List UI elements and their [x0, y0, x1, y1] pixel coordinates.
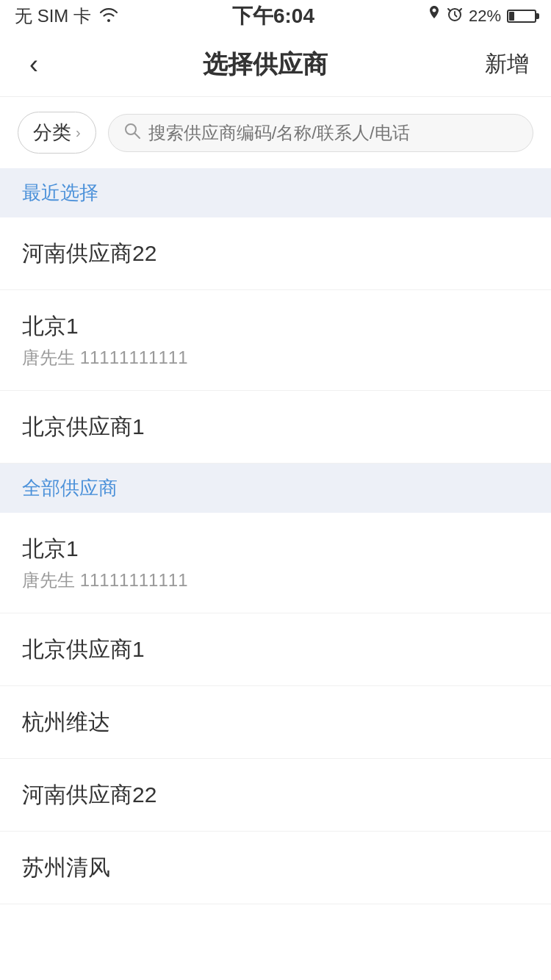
recent-items-list: 河南供应商22 北京1 唐先生 11111111111 北京供应商1: [0, 217, 551, 464]
item-name: 北京1: [22, 533, 529, 564]
item-name: 北京供应商1: [22, 411, 529, 442]
search-input[interactable]: [148, 123, 518, 143]
category-label: 分类: [33, 120, 71, 145]
recent-section-header: 最近选择: [0, 168, 551, 217]
list-item[interactable]: 河南供应商22: [0, 759, 551, 832]
filter-bar: 分类 ›: [0, 97, 551, 168]
list-item[interactable]: 北京供应商1: [0, 613, 551, 686]
sim-label: 无 SIM 卡: [15, 4, 91, 28]
status-time: 下午6:04: [232, 2, 314, 30]
search-icon: [123, 122, 141, 144]
item-sub: 唐先生 11111111111: [22, 569, 529, 592]
list-item[interactable]: 苏州清风: [0, 832, 551, 904]
item-name: 河南供应商22: [22, 779, 529, 810]
all-items-list: 北京1 唐先生 11111111111 北京供应商1 杭州维达 河南供应商22 …: [0, 513, 551, 904]
location-icon: [428, 6, 441, 26]
item-name: 河南供应商22: [22, 238, 529, 269]
item-sub: 唐先生 11111111111: [22, 346, 529, 370]
all-section-header: 全部供应商: [0, 464, 551, 513]
page-title: 选择供应商: [203, 48, 328, 82]
recent-section-label: 最近选择: [22, 181, 98, 203]
nav-bar: ‹ 选择供应商 新增: [0, 32, 551, 97]
list-item[interactable]: 杭州维达: [0, 686, 551, 759]
item-name: 苏州清风: [22, 852, 529, 883]
add-button[interactable]: 新增: [485, 49, 529, 79]
list-item[interactable]: 北京供应商1: [0, 391, 551, 464]
battery-percent: 22%: [469, 7, 501, 26]
item-name: 北京1: [22, 311, 529, 342]
list-item[interactable]: 北京1 唐先生 11111111111: [0, 290, 551, 391]
item-name: 杭州维达: [22, 707, 529, 738]
search-box[interactable]: [108, 114, 533, 152]
battery-icon: [507, 10, 536, 23]
item-name: 北京供应商1: [22, 634, 529, 665]
category-button[interactable]: 分类 ›: [18, 112, 96, 154]
status-bar: 无 SIM 卡 下午6:04 22%: [0, 0, 551, 32]
status-right: 22%: [428, 6, 536, 26]
back-button[interactable]: ‹: [22, 42, 46, 87]
all-section-label: 全部供应商: [22, 477, 118, 499]
list-item[interactable]: 北京1 唐先生 11111111111: [0, 513, 551, 613]
wifi-icon: [98, 6, 119, 26]
alarm-icon: [447, 6, 463, 26]
status-left: 无 SIM 卡: [15, 4, 119, 28]
svg-line-2: [134, 133, 140, 138]
list-item[interactable]: 河南供应商22: [0, 217, 551, 290]
chevron-right-icon: ›: [76, 124, 81, 141]
